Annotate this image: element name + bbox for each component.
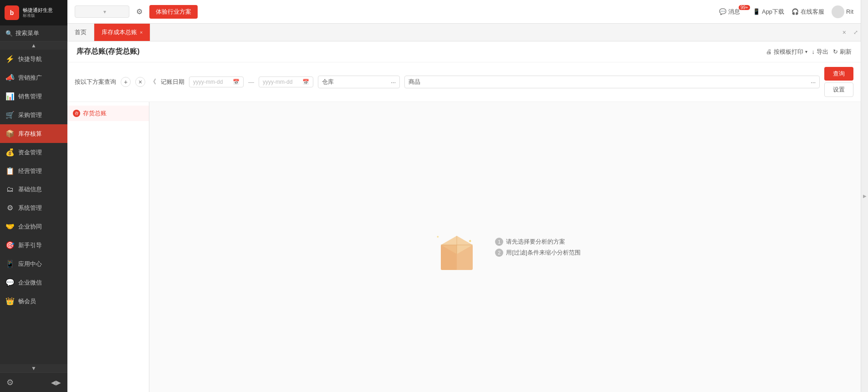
- product-filter[interactable]: 商品 ···: [404, 76, 820, 88]
- breadcrumb[interactable]: ▾: [75, 5, 129, 18]
- calendar-start-icon[interactable]: 📅: [233, 79, 240, 85]
- topbar-left: ▾ ⚙ 体验行业方案: [75, 5, 715, 19]
- right-panel-toggle[interactable]: ▶: [861, 0, 868, 392]
- sidebar-item-wechat[interactable]: 💬 企业微信: [0, 273, 67, 292]
- calendar-end-icon[interactable]: 📅: [302, 79, 309, 85]
- topbar-right: 💬 消息 99+ 📱 App下载 🎧 在线客服 Rit: [719, 5, 853, 18]
- sidebar-item-basic-info[interactable]: 🗂 基础信息: [0, 180, 67, 199]
- tab-close-icon[interactable]: ×: [140, 30, 143, 35]
- guide-icon: 🎯: [5, 241, 15, 249]
- main-content: ▾ ⚙ 体验行业方案 💬 消息 99+ 📱 App下载 🎧 在线客服 Rit: [67, 0, 861, 392]
- filter-clear-button[interactable]: ×: [135, 77, 145, 87]
- scroll-up-button[interactable]: ▲: [31, 42, 36, 49]
- print-icon: 🖨: [766, 48, 772, 55]
- refresh-icon: ↻: [833, 48, 838, 55]
- filter-label: 按以下方案查询: [75, 78, 116, 86]
- sales-icon: 📊: [5, 92, 15, 101]
- page-title: 库存总账(存货总账): [77, 47, 140, 56]
- sidebar-item-app-center[interactable]: 📱 应用中心: [0, 255, 67, 273]
- svg-text:✦: ✦: [436, 235, 439, 239]
- sidebar-item-cooperation[interactable]: 🤝 企业协同: [0, 217, 67, 236]
- warehouse-filter[interactable]: 仓库 ···: [318, 76, 400, 88]
- export-icon: ↓: [812, 48, 815, 55]
- app-center-icon: 📱: [5, 260, 15, 268]
- settings-footer-icon[interactable]: ⚙: [6, 377, 14, 387]
- tab-home-label: 首页: [75, 28, 87, 36]
- tab-home[interactable]: 首页: [67, 24, 94, 41]
- app-download-button[interactable]: 📱 App下载: [753, 8, 784, 16]
- scheme-item-inventory-ledger[interactable]: 存 存货总账: [67, 106, 149, 121]
- page-header: 库存总账(存货总账) 🖨 按模板打印 ▾ ↓ 导出 ↻ 刷新: [67, 41, 861, 62]
- message-icon: 💬: [719, 8, 726, 15]
- filter-bar: 按以下方案查询 + × 《 记账日期 yyyy-mm-dd 📅 — yyyy-m…: [67, 62, 861, 102]
- sidebar-item-inventory[interactable]: 📦 库存核算: [0, 124, 67, 143]
- member-icon: 👑: [5, 297, 15, 305]
- cooperation-icon: 🤝: [5, 222, 15, 231]
- print-chevron-icon: ▾: [805, 49, 807, 54]
- system-icon: ⚙: [5, 204, 15, 212]
- sidebar-item-purchase[interactable]: 🛒 采购管理: [0, 106, 67, 124]
- svg-rect-2: [441, 245, 457, 270]
- query-button[interactable]: 查询: [824, 67, 853, 81]
- date-start-text: yyyy-mm-dd: [193, 79, 223, 85]
- sidebar-footer: ⚙ ◀▶: [0, 372, 67, 392]
- warehouse-more-icon[interactable]: ···: [391, 79, 396, 86]
- scroll-down-button[interactable]: ▼: [31, 365, 36, 372]
- user-name: Rit: [846, 8, 853, 15]
- empty-svg-illustration: ✦ ✦: [429, 220, 484, 275]
- sidebar-item-finance[interactable]: 💰 资金管理: [0, 143, 67, 162]
- chevron-down-icon: ▾: [103, 9, 106, 15]
- sidebar-nav: ⚡ 快捷导航 📣 营销推广 📊 销售管理 🛒 采购管理 📦 库存核算 💰 资金管…: [0, 50, 67, 364]
- search-icon: 🔍: [5, 30, 13, 37]
- filter-add-button[interactable]: +: [121, 77, 131, 87]
- page-actions: 🖨 按模板打印 ▾ ↓ 导出 ↻ 刷新: [766, 48, 852, 56]
- filter-collapse-button[interactable]: 《: [150, 78, 156, 86]
- collapse-footer-icon[interactable]: ◀▶: [51, 379, 61, 386]
- content-area: 存 存货总账: [67, 102, 861, 392]
- breadcrumb-text: [80, 8, 102, 15]
- operations-icon: 📋: [5, 167, 15, 175]
- message-button[interactable]: 💬 消息 99+: [719, 8, 745, 16]
- inventory-icon: 📦: [5, 129, 15, 138]
- hint1-text: 请先选择要分析的方案: [506, 238, 565, 246]
- tab-bar: 首页 库存成本总账 × × ⤢: [67, 24, 861, 41]
- print-template-button[interactable]: 🖨 按模板打印 ▾: [766, 48, 807, 56]
- date-start-input[interactable]: yyyy-mm-dd 📅: [189, 76, 244, 87]
- industry-button[interactable]: 体验行业方案: [149, 5, 198, 19]
- product-more-icon[interactable]: ···: [811, 79, 816, 86]
- message-badge: 99+: [739, 5, 750, 10]
- empty-state: ✦ ✦ 1 请先选择要分析的方案 2 用[过滤]条件来缩小分析范围: [149, 102, 861, 392]
- refresh-button[interactable]: ↻ 刷新: [833, 48, 852, 56]
- sidebar-item-guide[interactable]: 🎯 新手引导: [0, 236, 67, 255]
- user-menu[interactable]: Rit: [832, 5, 853, 18]
- gear-button[interactable]: ⚙: [133, 5, 146, 18]
- empty-illustration: ✦ ✦: [429, 220, 484, 275]
- sidebar-item-member[interactable]: 👑 畅会员: [0, 292, 67, 311]
- basic-info-icon: 🗂: [5, 185, 15, 193]
- right-toggle-icon: ▶: [863, 193, 867, 199]
- user-avatar: [832, 5, 844, 18]
- sidebar: b 畅捷通好生意 标准版 🔍 搜索菜单 ▲ ⚡ 快捷导航 📣 营销推广 📊 销售…: [0, 0, 67, 392]
- marketing-icon: 📣: [5, 73, 15, 82]
- svg-text:✦: ✦: [468, 239, 472, 244]
- step2-badge: 2: [495, 249, 503, 257]
- date-end-input[interactable]: yyyy-mm-dd 📅: [259, 76, 313, 87]
- export-button[interactable]: ↓ 导出: [812, 48, 829, 56]
- scheme-panel: 存 存货总账: [67, 102, 149, 392]
- tab-panel-close-icon[interactable]: ×: [838, 29, 851, 36]
- sidebar-item-system[interactable]: ⚙ 系统管理: [0, 199, 67, 217]
- search-menu-item[interactable]: 🔍 搜索菜单: [0, 25, 67, 41]
- online-service-label: 在线客服: [801, 8, 824, 16]
- sidebar-item-marketing[interactable]: 📣 营销推广: [0, 68, 67, 87]
- online-service-button[interactable]: 🎧 在线客服: [791, 8, 824, 16]
- settings-button[interactable]: 设置: [824, 82, 853, 97]
- headset-icon: 🎧: [791, 8, 799, 15]
- sidebar-item-sales[interactable]: 📊 销售管理: [0, 87, 67, 106]
- warehouse-label: 仓库: [322, 78, 334, 86]
- tab-panel-expand-icon[interactable]: ⤢: [851, 29, 861, 36]
- app-download-label: App下载: [762, 8, 784, 16]
- logo-text: 畅捷通好生意 标准版: [23, 7, 53, 19]
- sidebar-item-operations[interactable]: 📋 经营管理: [0, 162, 67, 180]
- sidebar-item-quick-nav[interactable]: ⚡ 快捷导航: [0, 50, 67, 68]
- tab-inventory-cost[interactable]: 库存成本总账 ×: [94, 24, 150, 41]
